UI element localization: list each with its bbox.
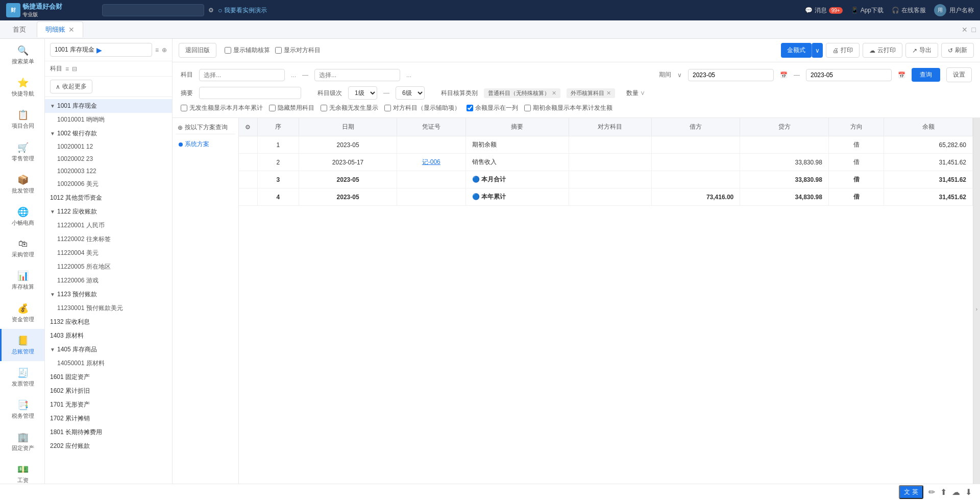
tree-item-10010001[interactable]: 10010001 哟哟哟 [45, 113, 172, 127]
summary-input[interactable] [199, 87, 301, 99]
sidebar-item-search[interactable]: 🔍 搜索菜单 [0, 39, 44, 71]
voucher-link[interactable]: 记-006 [422, 158, 440, 165]
tree-item-1405[interactable]: ▼ 1405 库存商品 [45, 343, 172, 356]
tree-item-11220006[interactable]: 11220006 游戏 [45, 274, 172, 288]
online-service-btn[interactable]: 🎧 在线客服 [892, 6, 926, 15]
tree-item-2202[interactable]: 2202 应付账款 [45, 439, 172, 453]
sidebar-item-tax[interactable]: 📑 税务管理 [0, 393, 44, 425]
sidebar-item-assets[interactable]: 🏢 固定资产 [0, 425, 44, 458]
tree-item-11220001[interactable]: 11220001 人民币 [45, 219, 172, 232]
window-maximize-btn[interactable]: □ [972, 26, 976, 34]
period-start-calendar-icon[interactable]: 📅 [780, 72, 788, 79]
subject-input-1[interactable] [199, 69, 285, 81]
tree-item-1002[interactable]: ▼ 1002 银行存款 [45, 127, 172, 140]
cloud-icon[interactable]: ☁ [952, 487, 960, 497]
filter-tag-normal-remove[interactable]: ✕ [552, 90, 556, 97]
sidebar-item-retail[interactable]: 🛒 零售管理 [0, 136, 44, 168]
tree-item-1403[interactable]: 1403 原材料 [45, 329, 172, 343]
tab-detail[interactable]: 明细账 ✕ [37, 21, 83, 37]
table-row[interactable]: 22023-05-17记-006销售收入33,830.98借31,451.62 [239, 154, 973, 171]
show-aux-checkbox[interactable]: 显示辅助核算 [225, 46, 270, 55]
lang-switch-btn[interactable]: 文 英 [899, 485, 923, 499]
cb-init-balance[interactable]: 期初余额显示本年累计发生额 [524, 104, 612, 112]
row-voucher-cell[interactable]: 记-006 [397, 154, 465, 171]
period-dropdown-icon[interactable]: ∨ [677, 72, 682, 79]
tree-item-11220005[interactable]: 11220005 所在地区 [45, 260, 172, 274]
cb-hide-disabled[interactable]: 隐藏禁用科目 [269, 104, 314, 112]
edit-icon[interactable]: ✏ [928, 487, 935, 497]
th-settings[interactable]: ⚙ [239, 118, 257, 136]
filter-icon[interactable]: ≡ [65, 65, 69, 73]
table-row[interactable]: 12023-05期初余额借65,282.60 [239, 136, 973, 154]
tree-item-1123[interactable]: ▼ 1123 预付账款 [45, 288, 172, 301]
cb-no-amount[interactable]: 无发生额显示本月本年累计 [181, 104, 263, 112]
sidebar-item-quicknav[interactable]: ⭐ 快捷导航 [0, 71, 44, 103]
level-to-select[interactable]: 6级5级4级 [396, 86, 425, 100]
cloud-print-btn[interactable]: ☁ 云打印 [863, 43, 902, 58]
tree-item-1701[interactable]: 1701 无形资产 [45, 398, 172, 412]
settings-icon[interactable]: ⚙ [208, 7, 214, 14]
export-btn[interactable]: ↗ 导出 [905, 43, 938, 58]
app-download-btn[interactable]: 📱 App下载 [851, 6, 884, 15]
tree-item-11230001[interactable]: 11230001 预付账款美元 [45, 301, 172, 315]
show-contra-input[interactable] [275, 47, 282, 54]
cb-balance-col[interactable]: 余额显示在一列 [467, 104, 518, 112]
tree-item-1601[interactable]: 1601 固定资产 [45, 370, 172, 384]
sidebar-item-inventory[interactable]: 📊 库存核算 [0, 264, 44, 296]
tab-home[interactable]: 首页 [4, 21, 35, 37]
message-btn[interactable]: 💬 消息 99+ [805, 6, 843, 15]
tree-item-1602[interactable]: 1602 累计折旧 [45, 384, 172, 398]
add-account-icon[interactable]: ⊕ [162, 46, 167, 54]
level-from-select[interactable]: 1级2级3级 [348, 86, 377, 100]
tree-item-10020002[interactable]: 10020002 23 [45, 153, 172, 165]
tree-item-14050001[interactable]: 14050001 原材料 [45, 356, 172, 370]
show-contra-checkbox[interactable]: 显示对方科目 [275, 46, 321, 55]
query-btn[interactable]: 查询 [912, 68, 940, 82]
tree-item-1801[interactable]: 1801 长期待摊费用 [45, 425, 172, 439]
cb-contra-input[interactable] [384, 105, 391, 111]
tree-item-11220004[interactable]: 11220004 美元 [45, 246, 172, 260]
demo-link[interactable]: ○ 我要看实例演示 [218, 6, 267, 15]
tree-item-10020003[interactable]: 10020003 122 [45, 165, 172, 177]
filter-scheme-system[interactable]: 系统方案 [176, 137, 235, 151]
account-selector[interactable]: 1001 库存现金 ▶ [50, 43, 152, 57]
sidebar-item-purchase[interactable]: 🛍 采购管理 [0, 232, 44, 264]
collapse-more-btn[interactable]: ∧ 收起更多 [50, 80, 92, 93]
show-aux-input[interactable] [225, 47, 231, 54]
return-old-version-btn[interactable]: 退回旧版 [179, 43, 216, 58]
tree-item-1132[interactable]: 1132 应收利息 [45, 315, 172, 329]
tree-item-1001[interactable]: ▼ 1001 库存现金 [45, 99, 172, 113]
sidebar-item-accounting[interactable]: 📒 总账管理 [0, 329, 44, 361]
period-start-input[interactable] [688, 69, 774, 81]
list-view-icon[interactable]: ≡ [155, 46, 159, 54]
upload-icon[interactable]: ⬆ [940, 487, 947, 497]
search-input[interactable] [102, 4, 204, 16]
tree-item-1702[interactable]: 1702 累计摊销 [45, 412, 172, 425]
sidebar-item-invoice[interactable]: 🧾 发票管理 [0, 361, 44, 393]
tree-item-11220002[interactable]: 11220002 往来标签 [45, 232, 172, 246]
period-end-calendar-icon[interactable]: 📅 [898, 72, 905, 79]
cb-init-balance-input[interactable] [524, 105, 531, 111]
table-row[interactable]: 42023-05🔵 本年累计73,416.0034,830.98借31,451.… [239, 188, 973, 206]
refresh-btn[interactable]: ↺ 刷新 [941, 43, 974, 58]
filter-tag-foreign-remove[interactable]: ✕ [606, 90, 611, 97]
quantity-dropdown[interactable]: ∨ [640, 89, 645, 97]
sidebar-item-project[interactable]: 📋 项目合同 [0, 103, 44, 135]
print-btn[interactable]: 🖨 打印 [826, 43, 860, 58]
collapse-icon[interactable]: ⊟ [72, 65, 77, 73]
amount-format-btn[interactable]: 金额式 [781, 43, 812, 58]
cb-hide-disabled-input[interactable] [269, 105, 276, 111]
user-area[interactable]: 用 用户名称 [934, 4, 974, 16]
right-collapse-btn[interactable]: › [973, 118, 980, 500]
tree-item-1012[interactable]: 1012 其他货币资金 [45, 191, 172, 205]
tree-item-10020006[interactable]: 10020006 美元 [45, 177, 172, 191]
tree-item-1122[interactable]: ▼ 1122 应收账款 [45, 205, 172, 219]
amount-format-dropdown[interactable]: ∨ [812, 43, 823, 58]
cb-balance-col-input[interactable] [467, 105, 473, 111]
table-row[interactable]: 32023-05🔵 本月合计33,830.98借31,451.62 [239, 171, 973, 188]
sidebar-item-ecommerce[interactable]: 🌐 小畅电商 [0, 200, 44, 232]
tree-item-10020001[interactable]: 10020001 12 [45, 140, 172, 153]
tab-close-btn[interactable]: ✕ [68, 26, 75, 34]
sidebar-item-wholesale[interactable]: 📦 批发管理 [0, 168, 44, 200]
cb-contra[interactable]: 对方科目（显示辅助项） [384, 104, 460, 112]
